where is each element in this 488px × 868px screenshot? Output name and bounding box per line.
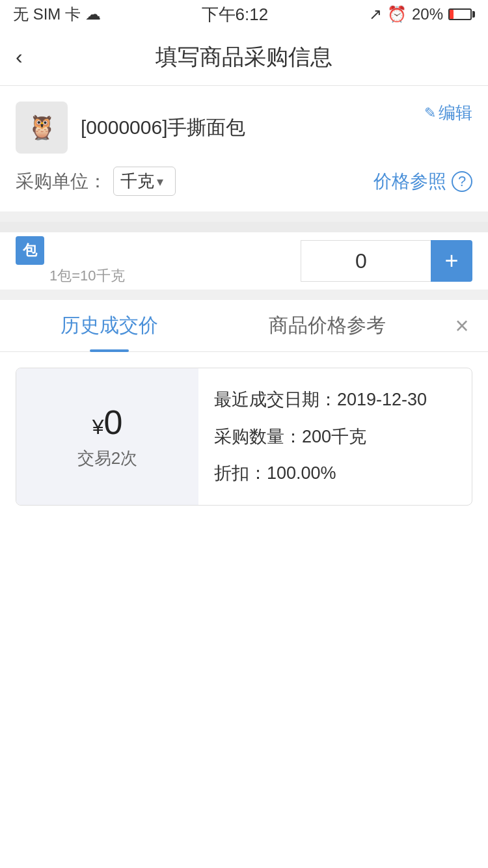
battery-icon — [448, 8, 475, 20]
location-icon: ↗ — [369, 5, 382, 23]
recent-date-row: 最近成交日期：2019-12-30 — [214, 387, 456, 413]
sim-label: 无 SIM 卡 ☁ — [13, 4, 101, 25]
price-amount: ¥0 — [92, 403, 123, 442]
quantity-label: 包 — [16, 236, 125, 265]
product-icon: 🦉 — [27, 114, 57, 141]
quantity-plus-button[interactable]: + — [431, 240, 472, 282]
product-section: 🦉 [0000006]手撕面包 ✎ 编辑 采购单位： 千克 ▾ 价格参照 ? — [0, 86, 488, 211]
price-card-right: 最近成交日期：2019-12-30 采购数量：200千克 折扣：100.00% — [198, 368, 472, 505]
status-left: 无 SIM 卡 ☁ — [13, 4, 101, 25]
quantity-row: 包 1包=10千克 + — [0, 232, 488, 290]
tab-history-price[interactable]: 历史成交价 — [0, 300, 218, 352]
product-header: 🦉 [0000006]手撕面包 ✎ 编辑 — [16, 102, 472, 154]
nav-bar: ‹ 填写商品采购信息 — [0, 29, 488, 86]
status-bar: 无 SIM 卡 ☁ 下午6:12 ↗ ⏰ 20% — [0, 0, 488, 29]
transaction-count: 交易2次 — [77, 447, 137, 470]
price-reference-button[interactable]: 价格参照 ? — [373, 169, 472, 194]
page-title: 填写商品采购信息 — [156, 42, 332, 72]
tabs-section: 历史成交价 商品价格参考 × ¥0 交易2次 最近成交日期：2019-12-30… — [0, 300, 488, 868]
page-rest — [0, 521, 488, 869]
unit-icon: 包 — [16, 236, 44, 265]
purchase-quantity-row: 采购数量：200千克 — [214, 424, 456, 450]
quantity-label-wrap: 包 1包=10千克 — [16, 236, 125, 286]
unit-conversion: 1包=10千克 — [49, 266, 125, 286]
product-thumbnail: 🦉 — [16, 102, 68, 154]
discount-row: 折扣：100.00% — [214, 460, 456, 487]
price-card-left: ¥0 交易2次 — [16, 368, 198, 505]
edit-button[interactable]: ✎ 编辑 — [424, 102, 472, 124]
product-unit-row: 采购单位： 千克 ▾ 价格参照 ? — [16, 167, 472, 196]
status-right: ↗ ⏰ 20% — [369, 5, 475, 23]
dropdown-arrow-icon: ▾ — [157, 174, 163, 189]
tabs-bar: 历史成交价 商品价格参考 × — [0, 300, 488, 352]
unit-label: 采购单位： 千克 ▾ — [16, 167, 176, 196]
battery-percent: 20% — [412, 5, 443, 23]
product-left: 🦉 [0000006]手撕面包 — [16, 102, 245, 154]
tab-price-reference[interactable]: 商品价格参考 — [218, 300, 436, 352]
quantity-input-wrap: + — [301, 240, 472, 282]
tab-close-button[interactable]: × — [436, 300, 488, 352]
currency-symbol: ¥ — [92, 415, 104, 439]
back-button[interactable]: ‹ — [16, 45, 23, 69]
edit-icon: ✎ — [424, 105, 436, 122]
alarm-icon: ⏰ — [387, 5, 407, 23]
quantity-input[interactable] — [301, 240, 431, 282]
help-icon: ? — [452, 171, 472, 192]
status-time: 下午6:12 — [202, 3, 269, 26]
unit-select-dropdown[interactable]: 千克 ▾ — [113, 167, 176, 196]
price-card: ¥0 交易2次 最近成交日期：2019-12-30 采购数量：200千克 折扣：… — [16, 368, 472, 506]
product-name: [0000006]手撕面包 — [81, 115, 245, 141]
divider — [0, 222, 488, 232]
